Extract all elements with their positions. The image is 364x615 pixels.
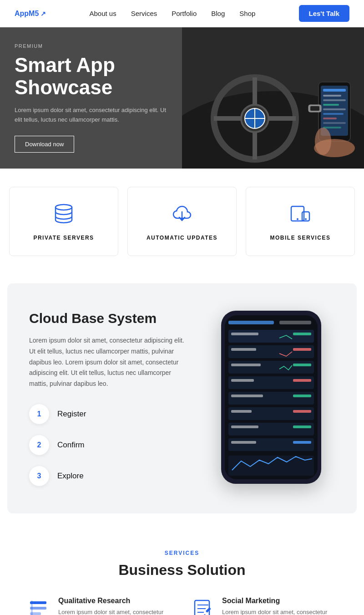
hero-photo: [182, 27, 364, 169]
features-section: PRIVATE SERVERS AUTOMATIC UPDATES MOBILE…: [0, 169, 364, 274]
svg-rect-48: [228, 392, 314, 405]
step-1: 1 Register: [29, 404, 189, 424]
svg-rect-18: [323, 113, 344, 115]
nav-links: About us Services Portfolio Blog Shop: [89, 10, 255, 17]
svg-rect-38: [293, 333, 311, 335]
svg-rect-36: [228, 330, 314, 343]
svg-rect-20: [323, 122, 346, 124]
step-1-label: Register: [57, 410, 86, 419]
phone-mockup: [221, 311, 321, 484]
step-1-number: 1: [29, 404, 49, 424]
social-marketing-title: Social Marketing: [222, 597, 337, 605]
feature-private-servers-label: PRIVATE SERVERS: [33, 235, 94, 241]
services-section: SERVICES Business Solution Qualitative R…: [0, 523, 364, 615]
nav-portfolio[interactable]: Portfolio: [172, 10, 197, 17]
svg-rect-47: [293, 379, 311, 382]
hero-premium-label: PREMIUM: [15, 43, 167, 49]
svg-point-31: [297, 218, 298, 220]
svg-rect-40: [231, 348, 256, 351]
nav-blog[interactable]: Blog: [211, 10, 225, 17]
cloud-title: Cloud Base System: [29, 311, 189, 326]
svg-rect-13: [323, 89, 346, 92]
svg-rect-59: [293, 441, 311, 444]
svg-rect-52: [231, 410, 252, 413]
logo-text: AppM5: [15, 10, 39, 18]
svg-rect-44: [293, 364, 311, 366]
svg-point-23: [315, 128, 331, 155]
step-2-number: 2: [29, 435, 49, 455]
feature-automatic-updates-label: AUTOMATIC UPDATES: [147, 235, 217, 241]
services-grid: Qualitative Research Lorem ipsum dolor s…: [15, 597, 349, 615]
svg-rect-35: [279, 321, 311, 324]
svg-rect-21: [323, 127, 341, 128]
social-marketing-desc: Lorem ipsum dolor sit amet, consectetur …: [222, 608, 337, 615]
svg-rect-25: [310, 106, 319, 111]
hero-image: [182, 27, 364, 169]
svg-rect-64: [31, 600, 33, 615]
service-qualitative-text: Qualitative Research Lorem ipsum dolor s…: [58, 597, 173, 615]
svg-rect-50: [293, 395, 311, 397]
svg-rect-58: [231, 441, 256, 444]
svg-rect-43: [231, 364, 261, 366]
hero-title: Smart App Showcase: [15, 54, 167, 98]
svg-rect-56: [293, 425, 311, 428]
svg-rect-37: [231, 333, 258, 335]
hero-description: Lorem ipsum dolor sit amet, consectetur …: [15, 106, 167, 125]
lets-talk-button[interactable]: Les't Talk: [299, 5, 349, 22]
qualitative-research-desc: Lorem ipsum dolor sit amet, consectetur …: [58, 608, 173, 615]
svg-rect-55: [231, 425, 258, 428]
step-2-label: Confirm: [57, 441, 85, 450]
step-3-number: 3: [29, 466, 49, 486]
devices-icon: [288, 202, 312, 227]
svg-rect-45: [228, 376, 314, 389]
svg-rect-42: [228, 361, 314, 374]
nav-shop[interactable]: Shop: [239, 10, 255, 17]
logo[interactable]: AppM5 ↗: [15, 10, 46, 18]
download-button[interactable]: Download now: [15, 136, 74, 153]
svg-point-32: [305, 218, 307, 220]
svg-rect-66: [195, 600, 209, 615]
svg-rect-46: [231, 379, 254, 382]
cloud-section: Cloud Base System Lorem ipsum dolor sit …: [7, 283, 357, 513]
steps-list: 1 Register 2 Confirm 3 Explore: [29, 404, 189, 486]
svg-rect-15: [323, 99, 346, 101]
feature-private-servers: PRIVATE SERVERS: [9, 187, 118, 256]
phone-screen: [225, 315, 318, 479]
svg-rect-19: [323, 118, 337, 119]
navbar: AppM5 ↗ About us Services Portfolio Blog…: [0, 0, 364, 27]
cloud-download-icon: [170, 202, 194, 227]
feature-mobile-services: MOBILE SERVICES: [246, 187, 355, 256]
feature-mobile-services-label: MOBILE SERVICES: [270, 235, 331, 241]
hero-section: PREMIUM Smart App Showcase Lorem ipsum d…: [0, 27, 364, 169]
cloud-left: Cloud Base System Lorem ipsum dolor sit …: [29, 311, 189, 486]
svg-rect-53: [293, 410, 311, 413]
social-marketing-icon: [191, 597, 215, 615]
svg-rect-14: [323, 95, 341, 97]
svg-rect-39: [228, 345, 314, 358]
svg-rect-49: [231, 395, 263, 397]
svg-rect-17: [323, 108, 346, 110]
services-section-label: SERVICES: [15, 550, 349, 556]
svg-rect-51: [228, 407, 314, 420]
step-3-label: Explore: [57, 472, 84, 481]
svg-rect-70: [206, 607, 211, 613]
svg-rect-54: [228, 423, 314, 436]
hero-text: PREMIUM Smart App Showcase Lorem ipsum d…: [0, 27, 182, 169]
service-social-text: Social Marketing Lorem ipsum dolor sit a…: [222, 597, 337, 615]
services-title: Business Solution: [15, 562, 349, 579]
step-2: 2 Confirm: [29, 435, 189, 455]
nav-about[interactable]: About us: [89, 10, 116, 17]
svg-rect-34: [228, 321, 274, 324]
feature-automatic-updates: AUTOMATIC UPDATES: [127, 187, 237, 256]
svg-rect-41: [293, 348, 311, 351]
qualitative-research-title: Qualitative Research: [58, 597, 173, 605]
cloud-right: [207, 311, 335, 484]
step-3: 3 Explore: [29, 466, 189, 486]
service-social-marketing: Social Marketing Lorem ipsum dolor sit a…: [191, 597, 337, 615]
logo-arrow: ↗: [40, 10, 46, 17]
cloud-description: Lorem ipsum dolor sit amet, consectetur …: [29, 335, 189, 390]
database-icon: [52, 202, 76, 227]
qualitative-research-icon: [27, 597, 51, 615]
nav-services[interactable]: Services: [131, 10, 157, 17]
service-qualitative-research: Qualitative Research Lorem ipsum dolor s…: [27, 597, 173, 615]
